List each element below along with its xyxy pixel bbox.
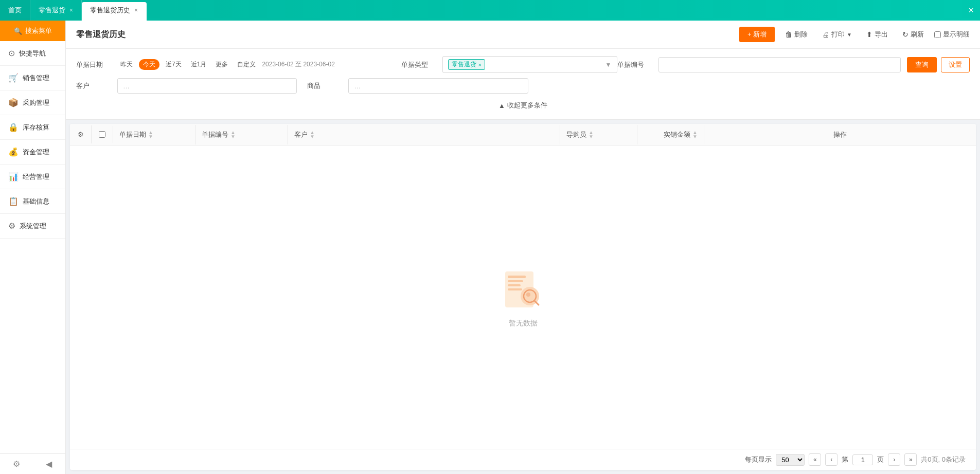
date-opt-more[interactable]: 更多 xyxy=(212,59,231,70)
query-button[interactable]: 查询 xyxy=(907,57,937,72)
content-area: 零售退货历史 + 新增 🗑 删除 🖨 打印 ▼ ⬆ 导出 ↻ xyxy=(66,21,980,474)
sidebar-item-operation[interactable]: 📊 经营管理 xyxy=(0,165,65,189)
customer-sort-icon: ▲▼ xyxy=(310,131,315,139)
goods-placeholder: … xyxy=(354,82,361,90)
bill-type-tag-value: 零售退货 xyxy=(452,60,476,69)
delete-icon: 🗑 xyxy=(785,30,792,39)
filter-area: 单据日期 昨天 今天 近7天 近1月 更多 自定义 2023-06-02 至 2… xyxy=(66,49,980,120)
display-detail-toggle[interactable]: 显示明细 xyxy=(934,30,970,39)
system-icon: ⚙ xyxy=(8,221,15,231)
next-page-btn[interactable]: › xyxy=(888,453,900,466)
page-title: 零售退货历史 xyxy=(76,29,126,40)
amount-sort-icon: ▲▼ xyxy=(692,131,698,139)
sidebar-settings-btn[interactable]: ⚙ xyxy=(0,454,33,474)
per-page-select[interactable]: 10 20 50 100 xyxy=(776,454,805,466)
date-opt-custom[interactable]: 自定义 xyxy=(234,59,259,70)
bill-type-label: 单据类型 xyxy=(401,60,442,69)
goods-label: 商品 xyxy=(307,81,348,90)
select-all-checkbox[interactable] xyxy=(99,131,105,138)
refresh-button[interactable]: ↻ 刷新 xyxy=(898,28,928,41)
sidebar-item-quick-nav[interactable]: ⊙ 快捷导航 xyxy=(0,41,65,66)
print-arrow-icon: ▼ xyxy=(847,32,852,38)
date-sort-icon: ▲▼ xyxy=(148,131,153,139)
th-customer[interactable]: 客户 ▲▼ xyxy=(288,125,560,144)
sidebar-item-basic-info[interactable]: 📋 基础信息 xyxy=(0,189,65,214)
purchase-icon: 📦 xyxy=(8,98,19,107)
sidebar-item-sales-mgmt[interactable]: 🛒 销售管理 xyxy=(0,66,65,90)
export-button[interactable]: ⬆ 导出 xyxy=(862,28,892,41)
th-action: 操作 xyxy=(704,125,976,144)
date-range-display: 2023-06-02 至 2023-06-02 xyxy=(262,60,334,69)
per-page-label: 每页显示 xyxy=(745,455,772,464)
collapse-up-icon: ▲ xyxy=(498,102,505,110)
display-detail-checkbox[interactable] xyxy=(934,31,941,38)
search-icon: 🔍 xyxy=(14,27,22,35)
sidebar-item-purchase-mgmt[interactable]: 📦 采购管理 xyxy=(0,90,65,115)
sidebar-item-system-mgmt[interactable]: ⚙ 系统管理 xyxy=(0,214,65,239)
svg-point-8 xyxy=(526,293,530,297)
page-header: 零售退货历史 + 新增 🗑 删除 🖨 打印 ▼ ⬆ 导出 ↻ xyxy=(66,21,980,49)
print-button[interactable]: 🖨 打印 ▼ xyxy=(818,28,856,41)
sidebar-search[interactable]: 🔍 搜索菜单 xyxy=(0,21,65,41)
refresh-label: 刷新 xyxy=(911,30,924,39)
tab-home[interactable]: 首页 xyxy=(0,0,30,21)
th-settings[interactable]: ⚙ xyxy=(70,125,92,143)
sidebar-search-label: 搜索菜单 xyxy=(25,26,52,35)
th-guide-label: 导购员 xyxy=(566,130,586,139)
tab-home-label: 首页 xyxy=(8,6,22,15)
collapse-icon: ◀ xyxy=(46,459,52,469)
sidebar-item-inventory[interactable]: 🔒 库存核算 xyxy=(0,115,65,140)
svg-rect-4 xyxy=(508,288,522,290)
export-icon: ⬆ xyxy=(866,30,872,39)
sidebar-item-finance[interactable]: 💰 资金管理 xyxy=(0,140,65,165)
sidebar-item-inventory-label: 库存核算 xyxy=(23,123,49,132)
customer-input[interactable]: … xyxy=(117,78,297,94)
last-page-btn[interactable]: » xyxy=(904,453,917,466)
first-page-btn[interactable]: « xyxy=(809,453,821,466)
delete-button[interactable]: 🗑 删除 xyxy=(781,28,812,41)
total-info: 共0页, 0条记录 xyxy=(921,455,966,464)
bill-type-input[interactable]: 零售退货 × ▼ xyxy=(442,56,617,73)
settings-col-icon: ⚙ xyxy=(78,131,84,138)
tab-retail-return-close[interactable]: × xyxy=(69,7,73,14)
th-amount[interactable]: 实销金额 ▲▼ xyxy=(637,125,704,144)
sidebar-collapse-btn[interactable]: ◀ xyxy=(33,454,66,474)
bill-no-input[interactable] xyxy=(658,57,901,72)
tab-retail-return[interactable]: 零售退货 × xyxy=(30,0,82,21)
th-order-no[interactable]: 单据编号 ▲▼ xyxy=(195,125,288,144)
th-checkbox[interactable] xyxy=(92,126,113,143)
date-opt-yesterday[interactable]: 昨天 xyxy=(117,59,136,70)
date-options: 昨天 今天 近7天 近1月 更多 自定义 2023-06-02 至 2023-0… xyxy=(117,59,401,70)
th-action-label: 操作 xyxy=(833,130,847,139)
prev-page-btn[interactable]: ‹ xyxy=(825,453,838,466)
sidebar-item-finance-label: 资金管理 xyxy=(23,148,49,157)
bill-type-arrow-icon: ▼ xyxy=(605,61,612,68)
date-opt-7days[interactable]: 近7天 xyxy=(163,59,185,70)
tab-retail-return-history[interactable]: 零售退货历史 × xyxy=(82,2,147,21)
print-label: 打印 xyxy=(831,30,845,39)
bill-no-field: 单据编号 xyxy=(617,57,901,72)
th-guide[interactable]: 导购员 ▲▼ xyxy=(560,125,637,144)
sidebar-item-basic-info-label: 基础信息 xyxy=(23,197,49,206)
tab-retail-return-history-close[interactable]: × xyxy=(134,7,138,14)
collapse-button[interactable]: ▲ 收起更多条件 xyxy=(490,99,556,112)
bill-type-tag-close[interactable]: × xyxy=(478,62,482,68)
pagination-bar: 每页显示 10 20 50 100 « ‹ 第 页 › » 共0页, 0条记录 xyxy=(70,449,976,470)
header-actions: + 新增 🗑 删除 🖨 打印 ▼ ⬆ 导出 ↻ 刷新 xyxy=(739,27,970,42)
inventory-icon: 🔒 xyxy=(8,122,19,132)
operation-icon: 📊 xyxy=(8,172,19,181)
new-button[interactable]: + 新增 xyxy=(739,27,775,42)
goods-input[interactable]: … xyxy=(348,78,528,94)
date-opt-1month[interactable]: 近1月 xyxy=(188,59,210,70)
window-close-button[interactable]: × xyxy=(968,6,974,15)
bill-no-label: 单据编号 xyxy=(617,60,658,69)
customer-field: 客户 … xyxy=(76,78,297,94)
quick-nav-icon: ⊙ xyxy=(8,48,15,58)
setting-button[interactable]: 设置 xyxy=(941,57,970,72)
page-input[interactable] xyxy=(852,454,873,465)
date-opt-today[interactable]: 今天 xyxy=(139,59,159,70)
order-no-sort-icon: ▲▼ xyxy=(230,131,236,139)
sidebar-item-operation-label: 经营管理 xyxy=(23,172,49,181)
sidebar-item-quick-nav-label: 快捷导航 xyxy=(19,49,46,58)
th-date[interactable]: 单据日期 ▲▼ xyxy=(113,125,195,144)
